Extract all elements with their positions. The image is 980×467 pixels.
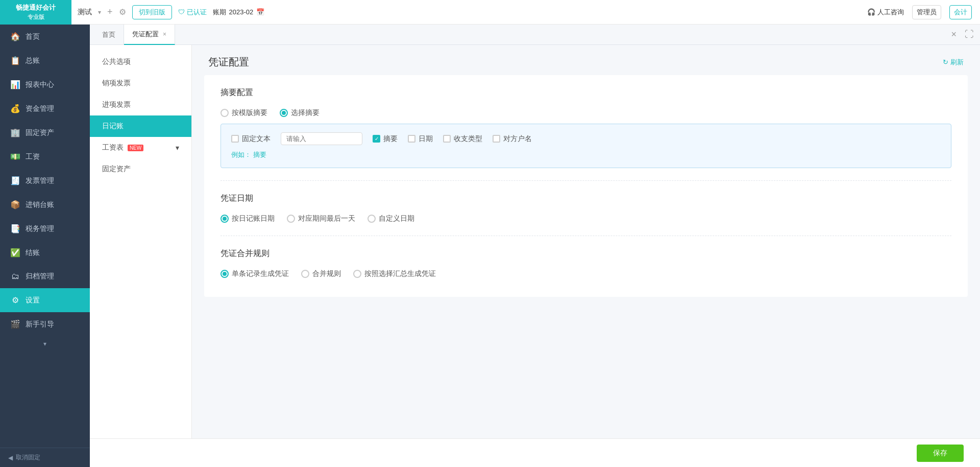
page-header: 凭证配置 ↻ 刷新 bbox=[192, 45, 980, 75]
project-dropdown-icon[interactable]: ▾ bbox=[98, 9, 101, 16]
topbar-right: 🎧 人工咨询 管理员 会计 bbox=[867, 5, 972, 19]
ledger-icon: 📋 bbox=[10, 56, 20, 65]
sidebar-item-label: 进销台账 bbox=[26, 200, 54, 209]
radio-single-circle bbox=[220, 270, 229, 278]
admin-button[interactable]: 管理员 bbox=[912, 5, 941, 19]
tab-expand-button[interactable]: ⛶ bbox=[963, 27, 976, 42]
tab-bar: 首页 凭证配置 × × ⛶ bbox=[90, 25, 980, 45]
tax-icon: 📑 bbox=[10, 224, 20, 233]
left-nav-salary[interactable]: 工资表 NEW ▾ bbox=[90, 137, 191, 158]
summary-radio-template[interactable]: 按模版摘要 bbox=[220, 108, 267, 118]
example-text: 例如： 摘要 bbox=[231, 150, 941, 159]
sidebar-item-salary[interactable]: 💵 工资 bbox=[0, 145, 90, 169]
left-nav-salary-row: 工资表 NEW ▾ bbox=[102, 143, 179, 152]
capital-icon: 💰 bbox=[10, 104, 20, 113]
checkbox-counterparty[interactable]: 对方户名 bbox=[493, 134, 532, 144]
left-nav-fixed-assets[interactable]: 固定资产 bbox=[90, 158, 191, 180]
refresh-icon: ↻ bbox=[943, 58, 948, 66]
project-name: 测试 bbox=[78, 8, 92, 17]
page-content: 公共选项 销项发票 进项发票 日记账 工资表 NEW bbox=[90, 45, 980, 438]
sidebar-item-label: 固定资产 bbox=[26, 128, 54, 137]
content-area: 首页 凭证配置 × × ⛶ 公共选项 销项发票 进项发 bbox=[90, 25, 980, 467]
settings-gear-icon[interactable]: ⚙ bbox=[119, 7, 126, 17]
tab-close-icon[interactable]: × bbox=[163, 31, 166, 38]
sidebar-scroll-down[interactable]: ▾ bbox=[0, 336, 90, 352]
save-button[interactable]: 保存 bbox=[917, 445, 964, 462]
radio-journal-circle bbox=[220, 215, 229, 223]
fixed-text-input[interactable] bbox=[281, 132, 362, 145]
sidebar-item-settings[interactable]: ⚙ 设置 bbox=[0, 288, 90, 312]
sidebar-item-label: 发票管理 bbox=[26, 176, 54, 185]
add-project-icon[interactable]: + bbox=[107, 7, 113, 17]
sidebar-item-home[interactable]: 🏠 首页 bbox=[0, 25, 90, 49]
headset-icon: 🎧 bbox=[867, 8, 875, 16]
sidebar-item-ledger[interactable]: 📋 总账 bbox=[0, 49, 90, 73]
chevron-down-icon: ▾ bbox=[176, 144, 179, 152]
merge-section-title: 凭证合并规则 bbox=[220, 248, 951, 259]
checkout-icon: ✅ bbox=[10, 248, 20, 258]
sidebar-item-label: 首页 bbox=[26, 32, 40, 41]
summary-radio-select[interactable]: 选择摘要 bbox=[280, 108, 320, 118]
sidebar-item-reports[interactable]: 📊 报表中心 bbox=[0, 73, 90, 97]
date-radio-journal[interactable]: 按日记账日期 bbox=[220, 214, 275, 223]
sidebar-item-label: 结账 bbox=[26, 248, 40, 258]
sidebar-item-archive[interactable]: 🗂 归档管理 bbox=[0, 265, 90, 288]
sidebar-item-invoice[interactable]: 🧾 发票管理 bbox=[0, 169, 90, 193]
switch-old-version-button[interactable]: 切到旧版 bbox=[132, 5, 172, 19]
sidebar-item-sales-ledger[interactable]: 📦 进销台账 bbox=[0, 193, 90, 217]
date-radio-last-day[interactable]: 对应期间最后一天 bbox=[287, 214, 355, 223]
bottom-bar: 保存 bbox=[90, 438, 980, 467]
checkbox-payment-type[interactable]: 收支类型 bbox=[443, 134, 482, 144]
sidebar-item-label: 资金管理 bbox=[26, 104, 54, 113]
summary-config-box: 固定文本 摘要 日期 bbox=[220, 124, 951, 168]
sales-ledger-icon: 📦 bbox=[10, 200, 20, 209]
tab-actions: × ⛶ bbox=[949, 27, 976, 42]
sidebar-item-checkout[interactable]: ✅ 结账 bbox=[0, 241, 90, 265]
logo-main: 畅捷通好会计 bbox=[16, 3, 56, 12]
checkbox-date[interactable]: 日期 bbox=[408, 134, 433, 144]
refresh-button[interactable]: ↻ 刷新 bbox=[943, 58, 964, 67]
fixed-assets-icon: 🏢 bbox=[10, 128, 20, 137]
tab-home[interactable]: 首页 bbox=[94, 25, 124, 45]
left-nav-sales-invoice[interactable]: 销项发票 bbox=[90, 73, 191, 94]
checkbox-summary-box bbox=[373, 135, 380, 143]
date-section-title: 凭证日期 bbox=[220, 193, 951, 204]
consult-button[interactable]: 🎧 人工咨询 bbox=[867, 8, 904, 17]
sidebar-item-label: 新手引导 bbox=[26, 320, 54, 329]
checkbox-date-box bbox=[408, 135, 415, 143]
merge-radio-single[interactable]: 单条记录生成凭证 bbox=[220, 269, 289, 278]
checkbox-counterparty-box bbox=[493, 135, 500, 143]
merge-radio-summary[interactable]: 按照选择汇总生成凭证 bbox=[353, 269, 436, 278]
checkbox-fixed-text-box bbox=[231, 135, 239, 143]
sidebar-item-capital[interactable]: 💰 资金管理 bbox=[0, 97, 90, 121]
radio-custom-circle bbox=[368, 215, 376, 223]
cancel-fixed-button[interactable]: ◀ 取消固定 bbox=[0, 448, 90, 467]
sidebar-item-label: 总账 bbox=[26, 56, 40, 65]
left-nav-public[interactable]: 公共选项 bbox=[90, 51, 191, 73]
tab-voucher-config[interactable]: 凭证配置 × bbox=[124, 25, 175, 45]
summary-config-section: 摘要配置 按模版摘要 选择摘要 bbox=[204, 75, 968, 297]
radio-summary-circle bbox=[353, 270, 361, 278]
radio-template-circle bbox=[220, 109, 229, 117]
checkbox-summary[interactable]: 摘要 bbox=[373, 134, 398, 144]
tab-close-button[interactable]: × bbox=[949, 27, 959, 42]
sidebar-item-label: 报表中心 bbox=[26, 80, 54, 89]
divider-2 bbox=[220, 236, 951, 236]
sidebar-item-label: 工资 bbox=[26, 152, 40, 161]
period-display: 账期 2023-02 📅 bbox=[213, 8, 265, 17]
main-layout: 🏠 首页 📋 总账 📊 报表中心 💰 资金管理 🏢 固定资产 💵 工资 🧾 发票… bbox=[0, 25, 980, 467]
checkbox-fixed-text[interactable]: 固定文本 bbox=[231, 134, 271, 144]
merge-radio-rule[interactable]: 合并规则 bbox=[301, 269, 341, 278]
sidebar: 🏠 首页 📋 总账 📊 报表中心 💰 资金管理 🏢 固定资产 💵 工资 🧾 发票… bbox=[0, 25, 90, 467]
accountant-button[interactable]: 会计 bbox=[949, 5, 972, 19]
new-badge: NEW bbox=[128, 145, 143, 151]
date-radio-custom[interactable]: 自定义日期 bbox=[368, 214, 414, 223]
guide-icon: 🎬 bbox=[10, 319, 20, 329]
left-nav-journal[interactable]: 日记账 bbox=[90, 115, 191, 137]
sidebar-item-fixed-assets[interactable]: 🏢 固定资产 bbox=[0, 121, 90, 145]
sidebar-item-guide[interactable]: 🎬 新手引导 bbox=[0, 312, 90, 336]
calendar-icon[interactable]: 📅 bbox=[256, 8, 264, 16]
merge-radio-group: 单条记录生成凭证 合并规则 按照选择汇总生成凭证 bbox=[220, 269, 951, 278]
left-nav-purchase-invoice[interactable]: 进项发票 bbox=[90, 94, 191, 115]
sidebar-item-tax[interactable]: 📑 税务管理 bbox=[0, 217, 90, 241]
